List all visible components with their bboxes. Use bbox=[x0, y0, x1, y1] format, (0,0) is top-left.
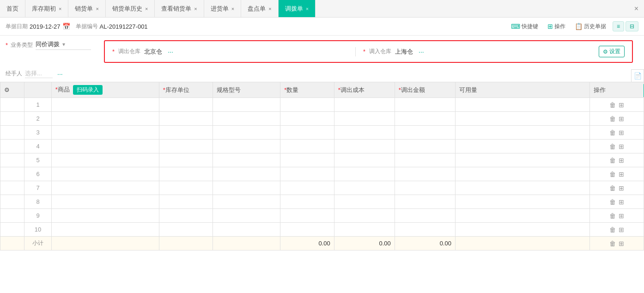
row-copy-icon[interactable]: ⊞ bbox=[619, 129, 624, 136]
row-available-cell[interactable] bbox=[455, 209, 589, 223]
side-doc-icon[interactable]: 📄 bbox=[631, 69, 644, 82]
row-copy-icon[interactable]: ⊞ bbox=[619, 212, 624, 220]
close-tab-inventory-init[interactable]: × bbox=[59, 6, 61, 12]
settings-button[interactable]: ⚙ 设置 bbox=[599, 46, 625, 57]
row-unit-cell[interactable] bbox=[159, 181, 213, 195]
row-spec-cell[interactable] bbox=[213, 167, 280, 181]
row-delete-icon[interactable]: 🗑 bbox=[609, 212, 616, 220]
business-type-select[interactable]: 同价调拨 ▾ bbox=[36, 40, 91, 50]
row-unit-cell[interactable] bbox=[159, 153, 213, 167]
row-spec-cell[interactable] bbox=[213, 153, 280, 167]
tab-home[interactable]: 首页 bbox=[0, 0, 25, 17]
tab-inventory-init[interactable]: 库存期初 × bbox=[25, 0, 68, 17]
row-unit-cell[interactable] bbox=[159, 167, 213, 181]
handler-input[interactable]: 选择... bbox=[25, 69, 53, 78]
row-spec-cell[interactable] bbox=[213, 181, 280, 195]
row-available-cell[interactable] bbox=[455, 181, 589, 195]
row-copy-icon[interactable]: ⊞ bbox=[619, 157, 624, 164]
close-tab-transfer[interactable]: × bbox=[306, 6, 309, 12]
row-spec-cell[interactable] bbox=[213, 140, 280, 153]
row-cost-cell[interactable] bbox=[334, 181, 395, 195]
tab-sales-order[interactable]: 销货单 × bbox=[68, 0, 105, 17]
row-cost-cell[interactable] bbox=[334, 153, 395, 167]
row-delete-icon[interactable]: 🗑 bbox=[609, 198, 616, 206]
row-spec-cell[interactable] bbox=[213, 126, 280, 140]
shortcuts-button[interactable]: ⌨ 快捷键 bbox=[508, 22, 541, 31]
close-tab-view-sales[interactable]: × bbox=[194, 6, 197, 12]
row-amount-cell[interactable] bbox=[395, 181, 455, 195]
tab-transfer[interactable]: 调拨单 × bbox=[279, 0, 316, 17]
row-unit-cell[interactable] bbox=[159, 140, 213, 153]
row-copy-icon[interactable]: ⊞ bbox=[619, 184, 624, 192]
row-delete-icon[interactable]: 🗑 bbox=[609, 171, 616, 178]
row-copy-icon[interactable]: ⊞ bbox=[619, 171, 624, 178]
row-amount-cell[interactable] bbox=[395, 209, 455, 223]
row-available-cell[interactable] bbox=[455, 140, 589, 153]
row-delete-icon[interactable]: 🗑 bbox=[609, 157, 616, 164]
row-available-cell[interactable] bbox=[455, 153, 589, 167]
row-product-cell[interactable] bbox=[51, 126, 159, 140]
row-available-cell[interactable] bbox=[455, 195, 589, 209]
row-amount-cell[interactable] bbox=[395, 195, 455, 209]
row-copy-icon[interactable]: ⊞ bbox=[619, 115, 624, 122]
row-qty-cell[interactable] bbox=[280, 223, 334, 237]
row-cost-cell[interactable] bbox=[334, 112, 395, 126]
row-delete-icon[interactable]: 🗑 bbox=[609, 184, 616, 192]
operations-button[interactable]: ⊞ 操作 bbox=[545, 22, 568, 31]
in-warehouse-more-icon[interactable]: ··· bbox=[419, 48, 424, 55]
calendar-icon[interactable]: 📅 bbox=[62, 23, 70, 30]
row-cost-cell[interactable] bbox=[334, 98, 395, 112]
row-unit-cell[interactable] bbox=[159, 195, 213, 209]
row-qty-cell[interactable] bbox=[280, 126, 334, 140]
row-unit-cell[interactable] bbox=[159, 112, 213, 126]
row-copy-icon[interactable]: ⊞ bbox=[619, 101, 624, 109]
row-delete-icon[interactable]: 🗑 bbox=[609, 101, 616, 109]
row-amount-cell[interactable] bbox=[395, 153, 455, 167]
row-cost-cell[interactable] bbox=[334, 126, 395, 140]
row-unit-cell[interactable] bbox=[159, 98, 213, 112]
row-spec-cell[interactable] bbox=[213, 209, 280, 223]
row-cost-cell[interactable] bbox=[334, 209, 395, 223]
row-copy-icon[interactable]: ⊞ bbox=[619, 226, 624, 233]
row-cost-cell[interactable] bbox=[334, 167, 395, 181]
row-product-cell[interactable] bbox=[51, 209, 159, 223]
row-unit-cell[interactable] bbox=[159, 209, 213, 223]
row-delete-icon[interactable]: 🗑 bbox=[609, 240, 616, 247]
tab-sales-history[interactable]: 销货单历史 × bbox=[106, 0, 155, 17]
scan-button[interactable]: 扫码录入 bbox=[73, 85, 103, 95]
close-tab-purchase-order[interactable]: × bbox=[231, 6, 234, 12]
tab-purchase-order[interactable]: 进货单 × bbox=[204, 0, 241, 17]
row-spec-cell[interactable] bbox=[213, 98, 280, 112]
close-all-tabs[interactable]: × bbox=[629, 5, 644, 13]
row-cost-cell[interactable] bbox=[334, 195, 395, 209]
row-qty-cell[interactable] bbox=[280, 167, 334, 181]
row-available-cell[interactable] bbox=[455, 112, 589, 126]
row-qty-cell[interactable] bbox=[280, 181, 334, 195]
row-product-cell[interactable] bbox=[51, 167, 159, 181]
row-amount-cell[interactable] bbox=[395, 140, 455, 153]
row-product-cell[interactable] bbox=[51, 181, 159, 195]
row-delete-icon[interactable]: 🗑 bbox=[609, 115, 616, 122]
history-button[interactable]: 📋 历史单据 bbox=[572, 22, 609, 31]
row-amount-cell[interactable] bbox=[395, 98, 455, 112]
tab-view-sales[interactable]: 查看销货单 × bbox=[155, 0, 204, 17]
row-available-cell[interactable] bbox=[455, 98, 589, 112]
tab-stocktake[interactable]: 盘点单 × bbox=[241, 0, 278, 17]
close-tab-sales-order[interactable]: × bbox=[96, 6, 98, 12]
row-amount-cell[interactable] bbox=[395, 112, 455, 126]
row-spec-cell[interactable] bbox=[213, 223, 280, 237]
row-available-cell[interactable] bbox=[455, 223, 589, 237]
row-qty-cell[interactable] bbox=[280, 112, 334, 126]
row-delete-icon[interactable]: 🗑 bbox=[609, 129, 616, 136]
row-qty-cell[interactable] bbox=[280, 140, 334, 153]
close-tab-sales-history[interactable]: × bbox=[145, 6, 148, 12]
row-delete-icon[interactable]: 🗑 bbox=[609, 226, 616, 233]
row-product-cell[interactable] bbox=[51, 195, 159, 209]
row-copy-icon[interactable]: ⊞ bbox=[619, 240, 624, 247]
row-qty-cell[interactable] bbox=[280, 153, 334, 167]
row-product-cell[interactable] bbox=[51, 153, 159, 167]
row-amount-cell[interactable] bbox=[395, 167, 455, 181]
handler-more-icon[interactable]: ··· bbox=[57, 70, 63, 78]
row-product-cell[interactable] bbox=[51, 140, 159, 153]
row-available-cell[interactable] bbox=[455, 126, 589, 140]
